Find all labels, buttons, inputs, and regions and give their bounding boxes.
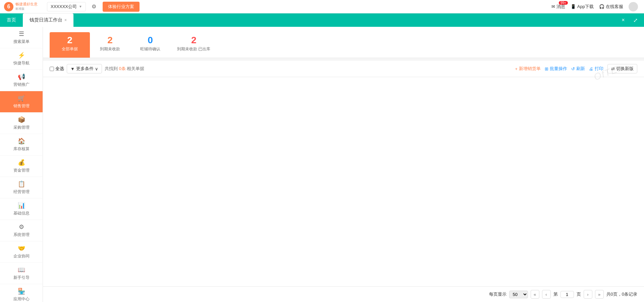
add-sale-button[interactable]: + 新增销货单 <box>515 66 541 72</box>
print-icon: 🖨 <box>589 66 593 71</box>
app-download[interactable]: 📱 App下载 <box>571 4 594 10</box>
stat-tab-overdue[interactable]: 2 到期未收款 <box>90 32 130 58</box>
refresh-icon: ↺ <box>571 66 575 71</box>
app-center-icon: 🏪 <box>18 288 25 295</box>
switch-icon: ⇄ <box>611 66 615 71</box>
avatar <box>629 2 638 11</box>
basic-info-icon: 📊 <box>18 202 25 209</box>
filter-icon: ▼ <box>70 66 75 71</box>
top-bar: 6 畅捷通好生意 标准版 XXXXXX公司 ▼ ⚙ 体验行业方案 ✉ 消息 99… <box>0 0 644 13</box>
prev-page-button[interactable]: ‹ <box>542 290 551 299</box>
filter-label: 更多条件 <box>76 66 94 72</box>
per-page-label: 每页显示 <box>489 291 506 297</box>
page-label: 第 <box>553 291 558 297</box>
sidebar-label-search: 搜索菜单 <box>13 39 30 45</box>
add-label: 新增销货单 <box>519 66 541 72</box>
messages-area[interactable]: ✉ 消息 99+ <box>551 4 565 10</box>
sidebar-label-quicknav: 快捷导航 <box>13 60 30 66</box>
guide-icon: 📖 <box>18 266 25 274</box>
logo-area: 6 畅捷通好生意 标准版 <box>4 2 47 11</box>
stat-number-all: 2 <box>56 36 83 45</box>
nav-tabs: 首页 钱货日清工作台 × × ⤢ <box>0 13 644 27</box>
online-service[interactable]: 🎧 在线客服 <box>599 4 623 10</box>
stat-number-shipped: 2 <box>177 36 210 45</box>
sidebar-item-sales[interactable]: 🛒 销售管理 <box>0 91 43 113</box>
select-all-input[interactable] <box>50 67 54 71</box>
system-icon: ⚙ <box>19 223 24 231</box>
print-button[interactable]: 🖨 打印 <box>589 66 603 72</box>
collaboration-icon: 🤝 <box>18 245 25 252</box>
select-all-checkbox[interactable]: 全选 <box>50 66 64 72</box>
sidebar-item-quicknav[interactable]: ⚡ 快捷导航 <box>0 48 43 70</box>
found-suffix: 相关单据 <box>127 66 144 71</box>
stat-tab-wangfu[interactable]: 0 旺辅待确认 <box>130 32 170 58</box>
last-page-button[interactable]: » <box>595 290 604 299</box>
filter-chevron-icon: ∨ <box>95 66 98 71</box>
stat-tab-all[interactable]: 2 全部单据 <box>50 32 90 58</box>
company-chevron-icon: ▼ <box>79 5 82 8</box>
sidebar-item-guide[interactable]: 📖 新手引导 <box>0 263 43 284</box>
stat-number-overdue: 2 <box>97 36 123 45</box>
settings-icon[interactable]: ⚙ <box>89 2 99 11</box>
sidebar-label-inventory: 库存核算 <box>13 146 30 152</box>
message-icon: ✉ <box>551 4 555 9</box>
sidebar-label-collaboration: 企业协同 <box>13 253 30 259</box>
select-all-label: 全选 <box>55 66 64 72</box>
total-records: 共0页，0条记录 <box>606 291 637 297</box>
sidebar-item-search[interactable]: ☰ 搜索菜单 <box>0 27 43 48</box>
sidebar-label-app-center: 应用中心 <box>13 296 30 302</box>
stat-tab-shipped[interactable]: 2 到期未收款 已出库 <box>170 32 217 58</box>
tab-controls: × ⤢ <box>619 15 644 25</box>
sidebar-label-basic-info: 基础信息 <box>13 210 30 216</box>
avatar-area[interactable] <box>629 2 640 11</box>
pagination: 每页显示 50 100 200 « ‹ 第 页 › » 共0页，0条记录 <box>43 286 644 302</box>
sidebar-label-purchase: 采购管理 <box>13 125 30 130</box>
found-count: 0条 <box>119 66 126 71</box>
stat-label-shipped: 到期未收款 已出库 <box>177 46 210 52</box>
sidebar-item-system[interactable]: ⚙ 系统管理 <box>0 220 43 241</box>
maximize-button[interactable]: ⤢ <box>631 15 640 25</box>
logo-text: 畅捷通好生意 <box>15 2 38 6</box>
current-page-input[interactable] <box>560 291 574 298</box>
sidebar-item-purchase[interactable]: 📦 采购管理 <box>0 113 43 134</box>
refresh-button[interactable]: ↺ 刷新 <box>571 66 585 72</box>
quicknav-icon: ⚡ <box>18 52 25 59</box>
sidebar-label-finance: 资金管理 <box>13 168 30 173</box>
print-label: 打印 <box>595 66 603 72</box>
sidebar-item-inventory[interactable]: 🏠 库存核算 <box>0 134 43 156</box>
minimize-button[interactable]: × <box>619 15 628 25</box>
next-page-button[interactable]: › <box>584 290 592 299</box>
sidebar-item-operations[interactable]: 📋 经营管理 <box>0 177 43 198</box>
sidebar-item-app-center[interactable]: 🏪 应用中心 <box>0 284 43 302</box>
trial-button[interactable]: 体验行业方案 <box>103 2 140 12</box>
watermark: OfTEn <box>592 77 625 83</box>
phone-icon: 📱 <box>571 4 576 9</box>
sidebar-item-marketing[interactable]: 📢 营销推广 <box>0 70 43 91</box>
sidebar-label-marketing: 营销推广 <box>13 82 30 87</box>
messages-badge: 99+ <box>559 1 568 5</box>
sidebar-item-collaboration[interactable]: 🤝 企业协同 <box>0 241 43 263</box>
filter-button[interactable]: ▼ 更多条件 ∨ <box>67 64 102 73</box>
top-right: ✉ 消息 99+ 📱 App下载 🎧 在线客服 <box>551 2 640 11</box>
logo-badge: 标准版 <box>15 7 38 11</box>
first-page-button[interactable]: « <box>531 290 539 299</box>
operations-icon: 📋 <box>18 180 25 188</box>
inventory-icon: 🏠 <box>18 137 25 145</box>
main-content: 2 全部单据 2 到期未收款 0 旺辅待确认 2 到期未收款 已出库 全选 <box>43 27 644 302</box>
online-service-label: 在线客服 <box>606 4 623 10</box>
sidebar-item-finance[interactable]: 💰 资金管理 <box>0 156 43 177</box>
per-page-select[interactable]: 50 100 200 <box>509 291 528 298</box>
purchase-icon: 📦 <box>18 116 25 123</box>
workbench-tab[interactable]: 钱货日清工作台 × <box>23 13 73 27</box>
stats-tabs: 2 全部单据 2 到期未收款 0 旺辅待确认 2 到期未收款 已出库 <box>43 27 644 58</box>
home-tab[interactable]: 首页 <box>0 13 23 27</box>
switch-version-button[interactable]: ⇄ 切换新版 <box>607 64 637 73</box>
batch-label: 批量操作 <box>550 66 567 72</box>
sidebar-label-sales: 销售管理 <box>13 103 30 109</box>
search-menu-icon: ☰ <box>19 30 24 38</box>
toolbar-right: + 新增销货单 ⊞ 批量操作 ↺ 刷新 🖨 打印 ⇄ 切换新版 <box>515 64 637 73</box>
batch-button[interactable]: ⊞ 批量操作 <box>545 66 567 72</box>
company-selector[interactable]: XXXXXX公司 ▼ <box>47 2 86 11</box>
workbench-close-icon[interactable]: × <box>64 18 67 22</box>
sidebar-item-basic-info[interactable]: 📊 基础信息 <box>0 198 43 220</box>
